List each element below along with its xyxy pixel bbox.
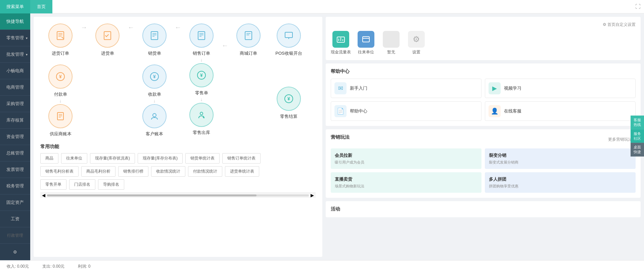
flow-node-retail-bill[interactable]: ¥ 零售单	[181, 63, 222, 96]
quick-icon-partner[interactable]: 往来单位	[356, 31, 376, 55]
top-bar-right: ⛶	[52, 4, 644, 10]
svg-rect-26	[245, 32, 252, 40]
sidebar-item-inventory[interactable]: 库存核算	[0, 112, 30, 129]
func-btn-receipt-stat[interactable]: 收款情况统计	[151, 166, 185, 177]
retail-settlement-icon: ¥	[277, 87, 301, 111]
func-btn-inventory-dist[interactable]: 现存量(库存分布表)	[138, 153, 183, 164]
help-item-online-cs[interactable]: 👤 在线客服	[485, 101, 636, 121]
quick-icon-cash-flow[interactable]: 现金流量表	[331, 31, 351, 55]
income-stat: 收入: 0.00元	[7, 264, 29, 269]
func-row-2: 销售毛利分析表 商品毛利分析 销售排行榜 收款情况统计 付款情况统计 进货单统计…	[40, 166, 316, 177]
sidebar-item-finance-mgmt[interactable]: 资金管理	[0, 129, 30, 145]
marketing-grid: 会员拉新 吸引用户成为会员 裂变分销 裂变式发展分销商 直播卖货 场景式购物新玩…	[331, 148, 636, 193]
func-btn-guide-rank[interactable]: 导购排名	[98, 179, 124, 190]
sale-order-label: 销售订单	[193, 50, 210, 56]
scroll-bar[interactable]: ◀ ▶	[40, 192, 316, 198]
func-btn-payment-stat[interactable]: 付款情况统计	[188, 166, 222, 177]
func-btn-retail-order[interactable]: 零售开单	[40, 179, 66, 190]
func-btn-sale-order-stat[interactable]: 销售订单统计表	[222, 153, 261, 164]
sidebar-item-purchase-mgmt[interactable]: 采购管理	[0, 96, 30, 112]
sidebar-item-salary[interactable]: 工资	[0, 211, 30, 227]
sidebar-item-retail-mgmt[interactable]: 零售管理 ▾	[0, 30, 30, 46]
func-btn-sale-rank[interactable]: 销售排行榜	[118, 166, 148, 177]
profit-stat: 利润: 0	[78, 264, 90, 269]
flow-node-sale-bill[interactable]: 销货单	[134, 24, 175, 56]
common-func-title: 常用功能	[40, 144, 316, 150]
flow-node-retail-settlement[interactable]: ¥ 零售结算	[269, 87, 309, 120]
v-arrow2: ↓	[59, 98, 62, 103]
chevron-down-icon: ▾	[26, 53, 28, 56]
sale-bill-label: 销货单	[148, 50, 161, 56]
svg-text:¥: ¥	[287, 96, 290, 101]
func-btn-partner[interactable]: 往来单位	[61, 153, 87, 164]
sidebar-item-ec-mgmt[interactable]: 电商管理	[0, 79, 30, 96]
retail-bill-label: 零售单	[195, 90, 208, 96]
partner-label: 往来单位	[358, 49, 374, 55]
settings-icon-box: ⚙	[408, 31, 425, 48]
flow-node-purchase-order[interactable]: 进货订单	[40, 24, 81, 56]
flow-node-mall-order[interactable]: 商城订单	[228, 24, 269, 56]
quick-icon-settings[interactable]: ⚙ 设置	[406, 31, 426, 55]
flow-node-retail-outbound[interactable]: 零售出库	[181, 103, 222, 136]
quick-icon-none[interactable]: 暂无	[381, 31, 401, 55]
flow-node-purchase-bill[interactable]: 进货单	[87, 24, 128, 56]
fission-title: 裂变分销	[489, 152, 632, 158]
help-item-beginner[interactable]: ✉ 新手入门	[331, 79, 481, 98]
func-btn-store-rank[interactable]: 门店排名	[69, 179, 95, 190]
sidebar-item-tax-mgmt[interactable]: 税务管理	[0, 178, 30, 194]
flow-node-supplier-account[interactable]: 供应商账本	[40, 104, 81, 137]
marketing-item-member[interactable]: 会员拉新 吸引用户成为会员	[331, 148, 481, 169]
group-desc: 拼团购物享受优惠	[489, 184, 632, 189]
sidebar-item-general-ledger[interactable]: 总账管理	[0, 145, 30, 162]
flow-node-payment[interactable]: ¥ 付款单	[40, 64, 81, 97]
float-btn-desktop-quick[interactable]: 桌面快捷	[631, 143, 644, 156]
marketing-item-fission[interactable]: 裂变分销 裂变式发展分销商	[485, 148, 636, 169]
fullscreen-icon[interactable]: ⛶	[635, 4, 641, 10]
scroll-right-icon[interactable]: ▶	[311, 193, 314, 198]
h-arrow-5: ←	[222, 24, 228, 59]
v-arrow6: ↓	[200, 97, 203, 102]
func-btn-goods[interactable]: 商品	[40, 153, 58, 164]
flow-node-receipt[interactable]: ¥ 收款单	[134, 64, 175, 97]
live-desc: 场景式购物新玩法	[335, 184, 477, 189]
tab-home[interactable]: 首页	[30, 0, 52, 13]
member-desc: 吸引用户成为会员	[335, 160, 477, 165]
sidebar-item-more-mgmt[interactable]: 行政管理	[0, 227, 30, 244]
scroll-left-icon[interactable]: ◀	[42, 193, 45, 198]
v-arrow5: ↓	[200, 57, 203, 62]
marketing-item-live[interactable]: 直播卖货 场景式购物新玩法	[331, 172, 481, 193]
func-btn-sale-margin[interactable]: 销售毛利分析表	[40, 166, 79, 177]
help-center-title: 帮助中心	[331, 69, 636, 75]
marketing: 营销玩法 更多营销玩法 > 会员拉新 吸引用户成为会员 裂变分销 裂变式发展分销…	[326, 129, 641, 198]
search-menu[interactable]: 搜索菜单	[0, 0, 30, 13]
flow-node-customer-account[interactable]: 客户账本	[134, 104, 175, 137]
sidebar-item-quick-nav[interactable]: 快捷导航	[0, 13, 30, 30]
flow-col-pos: POS收银开台 ¥ 零售结算	[269, 24, 309, 120]
flow-node-pos[interactable]: POS收银开台	[269, 24, 309, 56]
func-btn-purchase-stat[interactable]: 进货单统计表	[225, 166, 259, 177]
customize-label[interactable]: ⚙ 首页自定义设置	[603, 22, 636, 28]
settings-label: 设置	[412, 49, 420, 55]
fission-desc: 裂变式发展分销商	[489, 160, 632, 165]
func-btn-sale-stat[interactable]: 销货单统计表	[185, 153, 220, 164]
beginner-label: 新手入门	[350, 85, 367, 91]
svg-rect-18	[198, 32, 205, 40]
retail-settlement-label: 零售结算	[280, 114, 297, 120]
float-btn-service-community[interactable]: 服务社区	[631, 129, 644, 143]
func-btn-goods-margin[interactable]: 商品毛利分析	[81, 166, 116, 177]
sidebar-item-xiaochang-ec[interactable]: 小畅电商	[0, 63, 30, 79]
flow-col-purchase-order: 进货订单 ¥ 付款单 ↓	[40, 24, 81, 137]
customize-header[interactable]: ⚙ 首页自定义设置	[331, 22, 636, 28]
marketing-item-group[interactable]: 多人拼团 拼团购物享受优惠	[485, 172, 636, 193]
flow-node-sale-order[interactable]: 销售订单	[181, 24, 222, 56]
purchase-bill-icon	[95, 24, 120, 48]
payment-label: 付款单	[54, 91, 67, 97]
sidebar-item-fixed-assets[interactable]: 固定资产	[0, 194, 30, 211]
help-item-help[interactable]: 📄 帮助中心	[331, 101, 481, 121]
func-btn-inventory-status[interactable]: 现存量(库存状况表)	[90, 153, 135, 164]
sidebar-item-settings[interactable]: ⚙	[0, 244, 30, 260]
sidebar-item-wholesale-mgmt[interactable]: 批发管理 ▾	[0, 46, 30, 63]
sidebar-item-invoice-mgmt[interactable]: 发票管理	[0, 162, 30, 178]
help-item-video[interactable]: ▶ 视频学习	[485, 79, 636, 98]
float-btn-customer-service[interactable]: 客服热线	[631, 116, 644, 129]
